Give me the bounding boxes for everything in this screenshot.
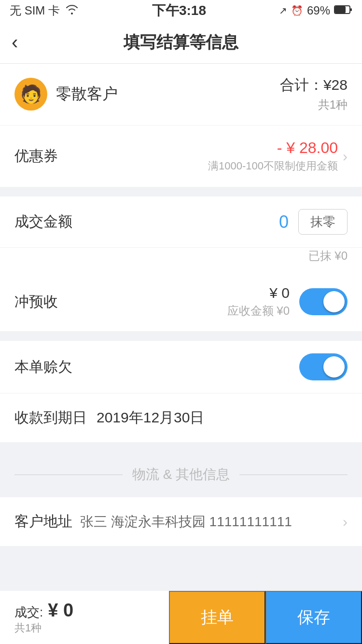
credit-row: 本单赊欠: [0, 341, 362, 393]
coupon-discount: - ¥ 28.00: [208, 139, 338, 157]
logistics-title: 物流 & 其他信息: [123, 465, 239, 484]
location-icon: ↗: [279, 5, 287, 16]
customer-summary: 合计：¥28 共1种: [280, 75, 348, 112]
prepaid-right: ¥ 0 应收金额 ¥0: [227, 285, 348, 319]
transaction-right: 0 抹零: [279, 209, 348, 235]
due-date-row: 收款到期日 2019年12月30日: [0, 393, 362, 442]
transaction-row: 成交金额 0 抹零: [0, 196, 362, 248]
sim-signal: 无 SIM 卡: [10, 3, 60, 18]
status-bar-time: 下午3:18: [152, 1, 206, 20]
credit-card: 本单赊欠 收款到期日 2019年12月30日: [0, 341, 362, 442]
address-row[interactable]: 客户地址 张三 海淀永丰科技园 11111111111 ›: [0, 497, 362, 546]
coupon-description: 满1000-100不限制使用金额: [208, 159, 338, 173]
coupon-row[interactable]: 优惠券 - ¥ 28.00 满1000-100不限制使用金额 ›: [0, 125, 362, 187]
prepaid-toggle[interactable]: [299, 288, 348, 315]
nav-bar: ‹ 填写结算等信息: [0, 21, 362, 64]
avatar: 🧑: [14, 78, 47, 111]
customer-name: 零散客户: [56, 84, 118, 105]
coupon-right: - ¥ 28.00 满1000-100不限制使用金额 ›: [208, 139, 348, 173]
status-bar-right: ↗ ⏰ 69%: [279, 4, 352, 17]
prepaid-amount-block: ¥ 0 应收金额 ¥0: [227, 285, 290, 319]
bottom-summary: 成交: ¥ 0 共1种: [0, 600, 169, 635]
total-count: 共1种: [280, 97, 348, 112]
back-button[interactable]: ‹: [12, 31, 18, 53]
customer-card: 🧑 零散客户 合计：¥28 共1种 优惠券 - ¥ 28.00 满1000-10…: [0, 64, 362, 187]
customer-row: 🧑 零散客户 合计：¥28 共1种: [0, 64, 362, 124]
prepaid-row: 冲预收 ¥ 0 应收金额 ¥0: [0, 272, 362, 331]
svg-rect-2: [350, 8, 352, 11]
coupon-value-block: - ¥ 28.00 满1000-100不限制使用金额: [208, 139, 338, 173]
pending-button[interactable]: 挂单: [169, 591, 265, 644]
coupon-label: 优惠券: [14, 146, 58, 166]
svg-rect-1: [335, 6, 346, 13]
content-area: 🧑 零散客户 合计：¥28 共1种 优惠券 - ¥ 28.00 满1000-10…: [0, 64, 362, 604]
wifi-icon: [65, 4, 79, 17]
due-date-label: 收款到期日: [14, 408, 87, 428]
round-off-subtext: 已抹 ¥0: [0, 248, 362, 272]
divider-left: [14, 475, 123, 475]
battery-icon: [334, 4, 352, 17]
transaction-label: 成交金额: [14, 212, 72, 232]
prepaid-amount: ¥ 0: [227, 285, 290, 301]
status-bar-left: 无 SIM 卡: [10, 3, 79, 18]
divider-right: [239, 475, 348, 475]
battery-level: 69%: [307, 4, 330, 17]
prepaid-subtext: 应收金额 ¥0: [227, 303, 290, 319]
customer-info-left: 🧑 零散客户: [14, 78, 118, 111]
credit-label: 本单赊欠: [14, 357, 72, 377]
address-chevron-icon: ›: [343, 514, 348, 530]
summary-amount: ¥ 0: [48, 600, 73, 621]
address-label: 客户地址: [14, 512, 72, 532]
total-amount: 合计：¥28: [280, 75, 348, 95]
transaction-amount: 0: [279, 212, 289, 232]
credit-toggle-thumb: [323, 356, 345, 378]
save-button[interactable]: 保存: [265, 591, 362, 644]
round-off-button[interactable]: 抹零: [298, 209, 348, 235]
due-date-value: 2019年12月30日: [97, 408, 204, 428]
logistics-section: 物流 & 其他信息: [0, 452, 362, 497]
bottom-bar: 成交: ¥ 0 共1种 挂单 保存: [0, 591, 362, 644]
credit-toggle[interactable]: [299, 353, 348, 380]
page-title: 填写结算等信息: [124, 31, 238, 54]
transaction-card: 成交金额 0 抹零 已抹 ¥0 冲预收 ¥ 0 应收金额 ¥0: [0, 196, 362, 331]
avatar-icon: 🧑: [20, 84, 42, 104]
toggle-thumb: [323, 291, 345, 312]
alarm-icon: ⏰: [291, 5, 303, 16]
summary-count: 共1种: [14, 621, 154, 635]
address-value: 张三 海淀永丰科技园 11111111111: [80, 513, 335, 531]
status-bar: 无 SIM 卡 下午3:18 ↗ ⏰ 69%: [0, 0, 362, 21]
summary-title: 成交:: [14, 604, 43, 621]
chevron-right-icon: ›: [343, 148, 348, 165]
prepaid-label: 冲预收: [14, 292, 58, 312]
